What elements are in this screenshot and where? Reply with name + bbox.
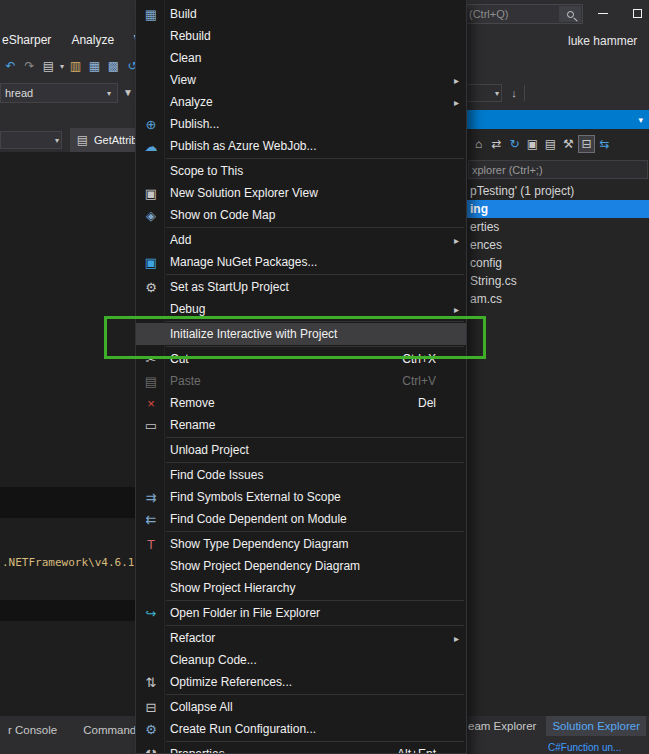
status-link[interactable]: C#Function un... [548,742,621,753]
restore-button[interactable] [624,2,649,24]
home-icon[interactable]: ⌂ [470,135,487,153]
save-all-icon[interactable]: ▩ [105,57,122,75]
menu-item-label: Clean [170,51,201,65]
collapse-all-icon[interactable]: ⊟ [578,135,595,153]
tree-item-erties[interactable]: erties [467,218,649,236]
menubar-item-esharper[interactable]: eSharper [0,30,53,50]
thread-combo[interactable]: hread ▾ [0,83,118,103]
new-file-icon[interactable]: ▤ [40,57,57,75]
menu-item-set-as-startup-project[interactable]: ⚙Set as StartUp Project [136,276,466,298]
menu-item-label: Rebuild [170,29,211,43]
menu-item-add[interactable]: Add▸ [136,229,466,251]
menu-item-shortcut: Alt+Ent [397,747,436,754]
tool-tab-solution-explorer[interactable]: Solution Explorer [546,716,646,736]
solution-explorer-search[interactable]: xplorer (Ctrl+;) [468,160,648,179]
menu-item-label: Add [170,233,191,247]
switch-view-icon[interactable]: ⇄ [488,135,505,153]
menu-item-find-symbols-external-to-scope[interactable]: ⇉Find Symbols External to Scope [136,486,466,508]
tree-item-string-cs[interactable]: String.cs [467,272,649,290]
magnifier-glass [567,11,574,18]
dropdown-arrow-icon[interactable]: ▾ [60,62,64,71]
navigate-forward-icon[interactable]: ↷ [21,57,38,75]
menu-item-publish[interactable]: ⊕Publish... [136,113,466,135]
undo-icon[interactable]: ↺ [124,57,135,75]
minimize-icon [598,13,608,14]
menu-item-rebuild[interactable]: Rebuild [136,25,466,47]
document-dropdown[interactable]: ▾ [0,131,62,149]
menu-item-publish-as-azure-webjob[interactable]: ☁Publish as Azure WebJob... [136,135,466,157]
nuget-icon: ▣ [141,255,161,270]
solution-explorer-titlebar[interactable]: ▾ [440,110,649,129]
menu-item-shortcut: Del [418,396,436,410]
document-tab[interactable]: ▤ GetAttrib [70,128,135,152]
menu-item-show-on-code-map[interactable]: ◈Show on Code Map [136,204,466,226]
open-file-icon[interactable]: ▥ [67,57,84,75]
menu-item-open-folder-in-file-explorer[interactable]: ↪Open Folder in File Explorer [136,602,466,624]
user-name[interactable]: luke hammer [568,34,637,48]
chevron-down-icon[interactable]: ▾ [638,115,649,125]
menubar-item-analyze[interactable]: Analyze [69,30,116,50]
menu-item-unload-project[interactable]: Unload Project [136,439,466,461]
menu-separator [166,741,464,742]
tool-tab-eam-explorer[interactable]: eam Explorer [462,716,542,736]
menu-item-label: Publish... [170,117,219,131]
azure-webjob-icon: ☁ [141,139,161,154]
navigate-backward-icon[interactable]: ↶ [2,57,19,75]
menu-item-label: Set as StartUp Project [170,280,289,294]
menu-item-label: Debug [170,302,205,316]
tree-item-ing[interactable]: ing [467,200,649,218]
menu-item-new-solution-explorer-view[interactable]: ▣New Solution Explorer View [136,182,466,204]
menu-item-analyze[interactable]: Analyze▸ [136,91,466,113]
code-map-icon: ◈ [141,208,161,223]
context-menu-items: ▦BuildRebuildCleanView▸Analyze▸⊕Publish.… [136,3,466,754]
menu-item-cleanup-code[interactable]: Cleanup Code... [136,649,466,671]
minimize-button[interactable] [590,2,616,24]
step-icon[interactable]: ↓ [506,84,522,102]
save-icon[interactable]: ▦ [86,57,103,75]
tree-item-ptesting-1-project[interactable]: pTesting' (1 project) [467,182,649,200]
menu-item-rename[interactable]: ▭Rename [136,414,466,436]
menu-item-find-code-dependent-on-module[interactable]: ⇇Find Code Dependent on Module [136,508,466,530]
menu-item-optimize-references[interactable]: ⇅Optimize References... [136,671,466,693]
refresh-icon[interactable]: ↻ [506,135,523,153]
menu-item-collapse-all[interactable]: ⊟Collapse All [136,696,466,718]
menu-item-show-project-dependency-diagram[interactable]: Show Project Dependency Diagram [136,555,466,577]
menu-item-build[interactable]: ▦Build [136,3,466,25]
menu-item-create-run-configuration[interactable]: ⚙Create Run Configuration... [136,718,466,740]
startup-project-icon: ⚙ [141,280,161,295]
menu-item-label: Show on Code Map [170,208,275,222]
menu-item-shortcut: Ctrl+V [402,374,436,388]
properties-icon[interactable]: ⚒ [560,135,577,153]
menu-separator [166,531,464,532]
tree-item-config[interactable]: config [467,254,649,272]
show-all-files-icon[interactable]: ▤ [542,135,559,153]
thread-combo-text: hread [5,87,33,99]
console-block [0,487,135,518]
menu-item-clean[interactable]: Clean [136,47,466,69]
menu-separator [166,694,464,695]
chevron-down-icon: ▾ [107,89,113,98]
menu-separator [166,158,464,159]
menu-item-show-project-hierarchy[interactable]: Show Project Hierarchy [136,577,466,599]
tool-tab-r-console[interactable]: r Console [2,720,63,740]
menu-item-manage-nuget-packages[interactable]: ▣Manage NuGet Packages... [136,251,466,273]
menu-item-scope-to-this[interactable]: Scope to This [136,160,466,182]
menu-item-label: Scope to This [170,164,243,178]
filter-icon[interactable]: ▼ [123,87,133,98]
menu-item-refactor[interactable]: Refactor▸ [136,627,466,649]
project-context-menu: ▦BuildRebuildCleanView▸Analyze▸⊕Publish.… [135,0,467,754]
tree-item-ences[interactable]: ences [467,236,649,254]
menu-item-remove[interactable]: ×RemoveDel [136,392,466,414]
menu-item-properties[interactable]: ⚒PropertiesAlt+Ent [136,743,466,754]
menu-separator [166,600,464,601]
tree-item-label: am.cs [470,292,502,306]
menu-item-label: Rename [170,418,215,432]
sync-active-document-icon[interactable]: ⇆ [596,135,613,153]
tree-item-am-cs[interactable]: am.cs [467,290,649,308]
new-window-icon[interactable]: ▣ [524,135,541,153]
tree-item-label: erties [470,220,499,234]
menu-item-show-type-dependency-diagram[interactable]: TShow Type Dependency Diagram [136,533,466,555]
search-icon[interactable] [559,6,581,22]
menu-item-find-code-issues[interactable]: Find Code Issues [136,464,466,486]
menu-item-view[interactable]: View▸ [136,69,466,91]
